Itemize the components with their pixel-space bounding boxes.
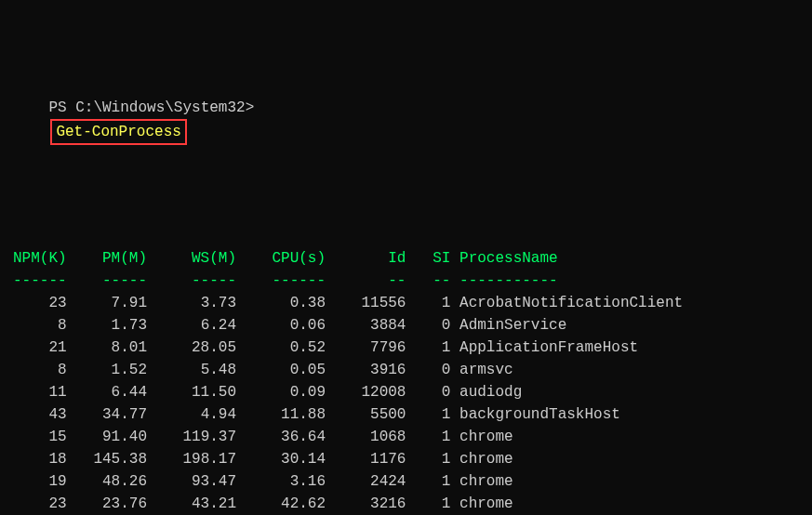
cell-cpu: 42.62 [236, 493, 326, 515]
cell-id: 3884 [326, 314, 406, 337]
process-table: NPM(K) PM(M) WS(M) CPU(s) Id SI ProcessN… [13, 247, 683, 515]
table-row: 81.525.480.0539160armsvc [13, 359, 683, 381]
cell-name: AcrobatNotificationClient [450, 292, 683, 314]
cell-name: backgroundTaskHost [450, 403, 683, 426]
cell-cpu: 0.06 [236, 314, 326, 337]
cell-ws: 198.17 [147, 448, 236, 470]
command-text: Get-ConProcess [56, 124, 180, 140]
cell-id: 12008 [326, 381, 406, 403]
header-npm: NPM(K) [13, 247, 67, 270]
cell-npm: 19 [13, 470, 67, 493]
cell-ws: 11.50 [147, 381, 236, 403]
cell-pm: 6.44 [67, 381, 147, 403]
cell-name: ApplicationFrameHost [450, 337, 683, 359]
cell-cpu: 0.05 [236, 359, 326, 381]
cell-pm: 1.52 [67, 359, 147, 381]
cell-id: 11556 [326, 292, 406, 314]
cell-npm: 21 [13, 337, 67, 359]
cell-ws: 119.37 [147, 426, 236, 448]
cell-cpu: 0.09 [236, 381, 326, 403]
cell-cpu: 36.64 [236, 426, 326, 448]
cell-ws: 43.21 [147, 493, 236, 515]
table-row: 1948.2693.473.1624241chrome [13, 470, 683, 493]
cell-ws: 93.47 [147, 470, 236, 493]
cell-si: 1 [406, 448, 450, 470]
cell-npm: 11 [13, 381, 67, 403]
cell-si: 1 [406, 493, 450, 515]
cell-pm: 7.91 [67, 292, 147, 314]
header-ws: WS(M) [147, 247, 236, 270]
cell-npm: 43 [13, 403, 67, 426]
prompt-line: PS C:\Windows\System32> Get-ConProcess [13, 74, 799, 167]
cell-pm: 91.40 [67, 426, 147, 448]
table-row: 116.4411.500.09120080audiodg [13, 381, 683, 403]
table-separator-row: ------ ----- ----- ------ -- -- --------… [13, 270, 683, 292]
cell-name: chrome [450, 426, 683, 448]
cell-ws: 6.24 [147, 314, 236, 337]
cell-si: 0 [406, 381, 450, 403]
table-row: 81.736.240.0638840AdminService [13, 314, 683, 337]
table-row: 218.0128.050.5277961ApplicationFrameHost [13, 337, 683, 359]
header-cpu: CPU(s) [236, 247, 326, 270]
cell-cpu: 3.16 [236, 470, 326, 493]
cell-id: 2424 [326, 470, 406, 493]
table-row: 4334.774.9411.8855001backgroundTaskHost [13, 403, 683, 426]
cell-name: audiodg [450, 381, 683, 403]
cell-pm: 23.76 [67, 493, 147, 515]
cell-id: 1068 [326, 426, 406, 448]
cell-id: 3216 [326, 493, 406, 515]
cell-name: chrome [450, 493, 683, 515]
cell-si: 1 [406, 403, 450, 426]
cell-npm: 8 [13, 359, 67, 381]
cell-ws: 4.94 [147, 403, 236, 426]
cell-si: 0 [406, 359, 450, 381]
table-row: 2323.7643.2142.6232161chrome [13, 493, 683, 515]
prompt-prefix: PS C:\Windows\System32> [48, 99, 254, 116]
cell-cpu: 0.38 [236, 292, 326, 314]
cell-id: 3916 [326, 359, 406, 381]
cell-pm: 145.38 [67, 448, 147, 470]
cell-ws: 5.48 [147, 359, 236, 381]
header-name: ProcessName [450, 247, 683, 270]
cell-npm: 18 [13, 448, 67, 470]
header-si: SI [406, 247, 450, 270]
header-id: Id [326, 247, 406, 270]
cell-ws: 28.05 [147, 337, 236, 359]
table-row: 237.913.730.38115561AcrobatNotificationC… [13, 292, 683, 314]
table-row: 1591.40119.3736.6410681chrome [13, 426, 683, 448]
cell-npm: 15 [13, 426, 67, 448]
terminal-output[interactable]: PS C:\Windows\System32> Get-ConProcess N… [0, 0, 812, 515]
cell-name: armsvc [450, 359, 683, 381]
cell-id: 5500 [326, 403, 406, 426]
cell-pm: 1.73 [67, 314, 147, 337]
cell-cpu: 11.88 [236, 403, 326, 426]
cell-si: 0 [406, 314, 450, 337]
command-highlight-box: Get-ConProcess [50, 119, 186, 145]
cell-cpu: 0.52 [236, 337, 326, 359]
cell-pm: 34.77 [67, 403, 147, 426]
cell-cpu: 30.14 [236, 448, 326, 470]
cell-pm: 48.26 [67, 470, 147, 493]
cell-npm: 8 [13, 314, 67, 337]
cell-si: 1 [406, 426, 450, 448]
cell-si: 1 [406, 470, 450, 493]
cell-name: AdminService [450, 314, 683, 337]
cell-pm: 8.01 [67, 337, 147, 359]
header-pm: PM(M) [67, 247, 147, 270]
cell-name: chrome [450, 470, 683, 493]
cell-id: 1176 [326, 448, 406, 470]
cell-si: 1 [406, 292, 450, 314]
cell-ws: 3.73 [147, 292, 236, 314]
cell-si: 1 [406, 337, 450, 359]
table-header-row: NPM(K) PM(M) WS(M) CPU(s) Id SI ProcessN… [13, 247, 683, 270]
table-row: 18145.38198.1730.1411761chrome [13, 448, 683, 470]
cell-npm: 23 [13, 493, 67, 515]
cell-name: chrome [450, 448, 683, 470]
cell-id: 7796 [326, 337, 406, 359]
cell-npm: 23 [13, 292, 67, 314]
